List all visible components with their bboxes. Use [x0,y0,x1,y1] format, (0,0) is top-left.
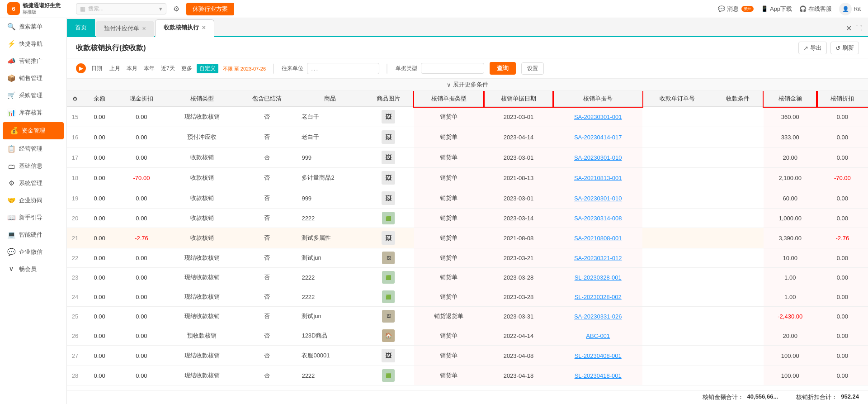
row-condition [712,168,764,188]
user-info[interactable]: 👤 Rit [839,3,861,15]
sidebar-item-sales[interactable]: 📦 销售管理 [0,70,66,87]
row-no: 16 [67,127,83,147]
row-bill-type: 销货单 [414,147,484,168]
export-icon: ↗ [803,45,808,52]
row-no: 25 [67,307,83,326]
query-button[interactable]: 查询 [490,62,516,75]
sidebar-item-wechat[interactable]: 💬 企业微信 [0,243,66,261]
row-type: 预付冲应收 [167,127,237,147]
refresh-button[interactable]: ↺ 刷新 [830,42,859,54]
search-box[interactable]: ▦ 搜索... ▾ [76,3,166,14]
tab-prepay[interactable]: 预付冲应付单 ✕ [96,21,154,37]
date-btn-this-year[interactable]: 本年 [142,64,156,73]
tab-collection[interactable]: 收款核销执行 ✕ [155,19,214,37]
page-header-actions: ↗ 导出 ↺ 刷新 [798,42,859,54]
table-row: 24 0.00 0.00 现结收款核销 否 2222 🟩 销货单 2023-03… [67,287,868,307]
industry-button[interactable]: 休验行业方案 [186,3,234,15]
row-bill-type: 销货单 [414,268,484,287]
gear-button[interactable]: ⚙ [170,3,183,15]
online-service-button[interactable]: 🎧 在线客服 [799,5,832,13]
row-bill-no[interactable]: SA-20230301-010 [553,188,642,209]
sidebar-item-membership[interactable]: V 畅会员 [0,261,66,278]
row-balance: 0.00 [83,248,116,268]
footer-amount: 核销金额合计： 40,556,66... [703,393,778,401]
row-bill-type: 销货单 [414,127,484,147]
sidebar-item-system[interactable]: ⚙ 系统管理 [0,175,66,192]
col-settings[interactable]: ⚙ [67,91,83,107]
sidebar-item-shortcuts[interactable]: ⚡ 快捷导航 [0,35,66,52]
row-bill-no[interactable]: SL-20230328-001 [553,268,642,287]
row-bill-no[interactable]: SL-20230408-001 [553,346,642,366]
export-button[interactable]: ↗ 导出 [798,42,827,54]
sidebar-item-finance[interactable]: 💰 资金管理 [3,122,64,139]
row-bill-no[interactable]: SA-20230414-017 [553,127,642,147]
row-bill-no[interactable]: SL-20230328-002 [553,287,642,307]
row-bill-no[interactable]: SA-20210808-001 [553,228,642,248]
filter-toggle-button[interactable]: ▶ [76,63,86,73]
row-included: 否 [237,127,297,147]
row-type: 收款核销 [167,209,237,228]
row-bill-no[interactable]: SA-20210813-001 [553,168,642,188]
settings-button[interactable]: 设置 [521,62,544,75]
row-bill-no[interactable]: SA-20230301-010 [553,147,642,168]
app-download-button[interactable]: 📱 App下载 [761,5,792,13]
row-goods-img: 🖼 [363,107,414,127]
tab-close-window-button[interactable]: ✕ [846,24,852,33]
row-order-no [642,287,712,307]
row-bill-no[interactable]: SA-20230321-012 [553,248,642,268]
row-bill-no[interactable]: SA-20230301-001 [553,107,642,127]
row-bill-no[interactable]: SL-20230418-001 [553,366,642,385]
row-amount: 100.00 [764,346,817,366]
row-bill-type: 销货单 [414,248,484,268]
system-icon: ⚙ [7,179,15,187]
sidebar-item-guide[interactable]: 📖 新手引导 [0,209,66,226]
row-balance: 0.00 [83,307,116,326]
sidebar-item-cooperation[interactable]: 🤝 企业协同 [0,192,66,209]
logo-text: 畅捷通谱好生意 标推版 [23,2,61,15]
row-discount: 0.00 [817,346,868,366]
footer-discount: 核销折扣合计： 952.24 [796,393,859,401]
row-balance: 0.00 [83,346,116,366]
col-bill-date: 核销单据日期 [484,91,553,107]
expand-more-button[interactable]: ∨ 展开更多条件 [447,81,488,89]
sidebar-item-search[interactable]: 🔍 搜索菜单 [0,18,66,35]
date-btn-last-month[interactable]: 上月 [108,64,122,73]
row-bill-no[interactable]: SA-20230314-008 [553,209,642,228]
sidebar-item-hardware[interactable]: 💻 智能硬件 [0,226,66,243]
tab-home[interactable]: 首页 [67,19,95,37]
row-bill-type: 销货单 [414,326,484,346]
row-bill-type: 销货单 [414,188,484,209]
sidebar-item-inventory[interactable]: 📊 库存核算 [0,104,66,121]
table-row: 20 0.00 0.00 收款核销 否 2222 🟩 销货单 2023-03-1… [67,209,868,228]
date-btn-more[interactable]: 更多 [179,64,194,73]
table-container[interactable]: ⚙ 余额 现金折扣 核销类型 包含已结清 商品 商品图片 核销单据类型 核销单据… [67,91,868,390]
partner-label: 往来单位 [282,65,303,72]
tab-close-collection[interactable]: ✕ [202,25,206,31]
row-goods: 2222 [297,209,363,228]
row-goods-img: 🖼 [363,307,414,326]
row-goods: 999 [297,147,363,168]
shortcuts-icon: ⚡ [7,40,15,48]
sidebar-item-purchase[interactable]: 🛒 采购管理 [0,87,66,104]
row-bill-no[interactable]: ABC-001 [553,326,642,346]
tab-expand-button[interactable]: ⛶ [855,24,863,33]
col-discount: 核销折扣 [817,91,868,107]
row-bill-date: 2023-04-14 [484,127,553,147]
partner-input[interactable]: ... [307,63,379,74]
row-amount: 20.00 [764,326,817,346]
row-order-no [642,346,712,366]
row-cash-discount: 0.00 [116,188,167,209]
sidebar-item-marketing[interactable]: 📣 营销推广 [0,52,66,70]
bill-type-select[interactable] [421,63,484,74]
date-btn-7days[interactable]: 近7天 [159,64,177,73]
sidebar-item-operation[interactable]: 📋 经营管理 [0,140,66,157]
row-bill-date: 2023-03-01 [484,147,553,168]
date-custom-button[interactable]: 自定义 [197,64,218,73]
row-bill-no[interactable]: SA-20230331-026 [553,307,642,326]
row-type: 收款核销 [167,228,237,248]
sidebar-item-basic[interactable]: 🗃 基础信息 [0,157,66,175]
row-amount: 1,000.00 [764,209,817,228]
messages-button[interactable]: 💬 消息 99+ [718,5,754,13]
date-btn-this-month[interactable]: 本月 [125,64,139,73]
tab-close-prepay[interactable]: ✕ [142,26,146,32]
